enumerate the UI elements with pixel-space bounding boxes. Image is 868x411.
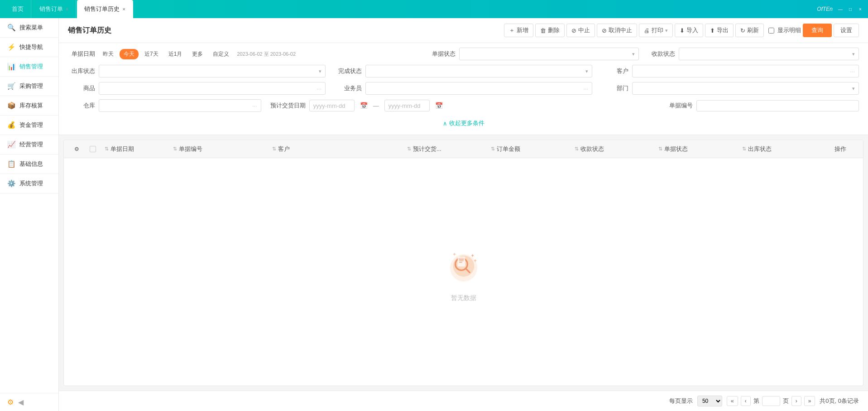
sidebar-item-inventory[interactable]: 📦 库存核算 bbox=[0, 96, 58, 116]
calendar-from-icon[interactable]: 📅 bbox=[360, 102, 368, 109]
sidebar-item-search-menu[interactable]: 🔍 搜索菜单 bbox=[0, 18, 58, 38]
new-btn-label: 新增 bbox=[517, 26, 528, 34]
delete-btn[interactable]: 🗑 删除 bbox=[535, 24, 565, 37]
sidebar-item-quick-nav[interactable]: ⚡ 快捷导航 bbox=[0, 38, 58, 57]
sidebar-item-search-menu-label: 搜索菜单 bbox=[19, 24, 43, 32]
prev-page-btn[interactable]: ‹ bbox=[741, 396, 751, 406]
th-customer[interactable]: ⇅ 客户 bbox=[269, 145, 403, 153]
complete-status-select[interactable]: ▾ bbox=[365, 65, 592, 77]
empty-illustration: ✦ ✦ ✦ bbox=[441, 242, 486, 287]
query-btn[interactable]: 查询 bbox=[803, 24, 832, 37]
customer-select[interactable]: ··· bbox=[632, 65, 859, 77]
calendar-to-icon[interactable]: 📅 bbox=[435, 102, 443, 109]
next-page-btn[interactable]: › bbox=[791, 396, 801, 406]
export-btn[interactable]: ⬆ 导出 bbox=[705, 24, 734, 37]
sidebar-item-purchase-mgmt[interactable]: 🛒 采购管理 bbox=[0, 77, 58, 96]
sidebar-item-base-info-label: 基础信息 bbox=[19, 160, 43, 168]
th-delivery[interactable]: ⇅ 预计交货... bbox=[403, 145, 487, 153]
window-maximize-btn[interactable]: □ bbox=[847, 6, 854, 12]
sidebar-item-finance[interactable]: 💰 资金管理 bbox=[0, 116, 58, 135]
tab-sales-order-label: 销售订单 bbox=[39, 5, 63, 13]
print-btn-label: 打印 bbox=[652, 26, 663, 34]
jump-suffix: 页 bbox=[783, 397, 789, 405]
finance-icon: 💰 bbox=[7, 121, 16, 129]
sidebar-item-base-info[interactable]: 📋 基础信息 bbox=[0, 155, 58, 174]
date-tag-1month[interactable]: 近1月 bbox=[164, 49, 187, 59]
filter-order-no-item: 单据编号 bbox=[666, 100, 859, 111]
sort-delivery-icon: ⇅ bbox=[407, 146, 411, 152]
print-btn[interactable]: 🖨 打印 ▾ bbox=[639, 24, 673, 37]
refresh-btn[interactable]: ↻ 刷新 bbox=[735, 24, 764, 37]
import-btn-label: 导入 bbox=[686, 26, 698, 34]
tab-sales-order-close[interactable]: × bbox=[66, 6, 68, 12]
th-number[interactable]: ⇅ 单据编号 bbox=[169, 145, 269, 153]
th-delivery-label: 预计交货... bbox=[413, 145, 441, 153]
order-status-select[interactable]: ▾ bbox=[459, 48, 639, 60]
date-tag-custom[interactable]: 自定义 bbox=[209, 49, 233, 59]
tab-sales-history[interactable]: 销售订单历史 × bbox=[77, 0, 133, 18]
sidebar-item-operations-label: 经营管理 bbox=[19, 140, 43, 149]
per-page-select[interactable]: 10 20 50 100 bbox=[697, 396, 722, 406]
date-tag-more[interactable]: 更多 bbox=[188, 49, 207, 59]
date-separator: — bbox=[373, 102, 379, 109]
sort-date-icon: ⇅ bbox=[105, 146, 109, 152]
delivery-date-to[interactable]: yyyy-mm-dd bbox=[384, 100, 430, 111]
collapse-more-btn[interactable]: ∧ 收起更多条件 bbox=[68, 116, 859, 130]
header-checkbox[interactable] bbox=[90, 146, 96, 152]
tab-sales-history-close[interactable]: × bbox=[122, 6, 125, 12]
th-pay-status[interactable]: ⇅ 收款状态 bbox=[571, 145, 655, 153]
th-amount[interactable]: ⇅ 订单金额 bbox=[487, 145, 571, 153]
new-btn[interactable]: ＋ 新增 bbox=[504, 24, 533, 37]
display-detail-checkbox-label[interactable]: 显示明细 bbox=[768, 26, 801, 34]
delivery-date-from[interactable]: yyyy-mm-dd bbox=[309, 100, 355, 111]
sidebar-item-operations[interactable]: 📈 经营管理 bbox=[0, 135, 58, 155]
quick-nav-icon: ⚡ bbox=[7, 43, 16, 51]
date-tag-yesterday[interactable]: 昨天 bbox=[99, 49, 118, 59]
display-detail-checkbox[interactable] bbox=[768, 28, 774, 34]
last-page-btn[interactable]: » bbox=[804, 396, 815, 406]
ship-status-select[interactable]: ▾ bbox=[99, 65, 326, 77]
th-ship-status[interactable]: ⇅ 出库状态 bbox=[739, 145, 822, 153]
th-date[interactable]: ⇅ 单据日期 bbox=[101, 145, 169, 153]
window-minimize-btn[interactable]: — bbox=[837, 6, 844, 12]
page-input[interactable]: 1 bbox=[762, 396, 780, 406]
delete-icon: 🗑 bbox=[540, 27, 546, 34]
filter-date-item: 单据日期 昨天 今天 近7天 近1月 更多 自定义 2023-06-02 至 2… bbox=[68, 49, 419, 59]
tab-sales-order[interactable]: 销售订单 × bbox=[32, 0, 76, 18]
th-order-status-label: 单据状态 bbox=[664, 145, 688, 153]
sidebar-item-sales-mgmt[interactable]: 📊 销售管理 bbox=[0, 57, 58, 77]
salesperson-select[interactable]: ··· bbox=[365, 82, 592, 95]
warehouse-select[interactable]: ··· bbox=[99, 99, 261, 112]
date-tag-today[interactable]: 今天 bbox=[120, 49, 139, 59]
th-order-status[interactable]: ⇅ 单据状态 bbox=[655, 145, 739, 153]
delivery-date-filter-label: 预计交货日期 bbox=[270, 102, 306, 110]
base-info-icon: 📋 bbox=[7, 160, 16, 168]
tab-home[interactable]: 首页 bbox=[5, 0, 31, 18]
th-checkbox[interactable] bbox=[85, 146, 101, 152]
setting-btn[interactable]: 设置 bbox=[834, 24, 859, 37]
sidebar-item-finance-label: 资金管理 bbox=[19, 121, 43, 129]
empty-state: ✦ ✦ ✦ 暂无数据 bbox=[64, 158, 863, 386]
tabs-area: 首页 销售订单 × 销售订单历史 × bbox=[5, 0, 133, 18]
complete-status-chevron-icon: ▾ bbox=[585, 68, 588, 74]
sidebar-item-sys-mgmt[interactable]: ⚙️ 系统管理 bbox=[0, 174, 58, 193]
department-select[interactable]: ▾ bbox=[632, 82, 859, 95]
payment-status-select[interactable]: ▾ bbox=[679, 48, 859, 60]
th-amount-label: 订单金额 bbox=[497, 145, 520, 153]
export-btn-label: 导出 bbox=[717, 26, 729, 34]
settings-bottom-icon[interactable]: ⚙ bbox=[7, 398, 14, 406]
import-btn[interactable]: ⬇ 导入 bbox=[675, 24, 703, 37]
cancel-stop-btn[interactable]: ⊘ 取消中止 bbox=[597, 24, 637, 37]
purchase-mgmt-icon: 🛒 bbox=[7, 82, 16, 90]
product-select[interactable]: ··· bbox=[99, 82, 326, 95]
th-ship-status-label: 出库状态 bbox=[748, 145, 772, 153]
window-close-btn[interactable]: × bbox=[857, 6, 863, 12]
date-tag-7days[interactable]: 近7天 bbox=[140, 49, 163, 59]
collapse-sidebar-icon[interactable]: ◀ bbox=[18, 398, 24, 406]
order-no-input[interactable] bbox=[696, 100, 859, 111]
stop-btn[interactable]: ⊘ 中止 bbox=[566, 24, 595, 37]
first-page-btn[interactable]: « bbox=[727, 396, 738, 406]
jump-label: 第 bbox=[753, 397, 759, 405]
payment-status-label: 收款状态 bbox=[648, 50, 675, 58]
th-settings[interactable]: ⚙ bbox=[68, 146, 85, 152]
